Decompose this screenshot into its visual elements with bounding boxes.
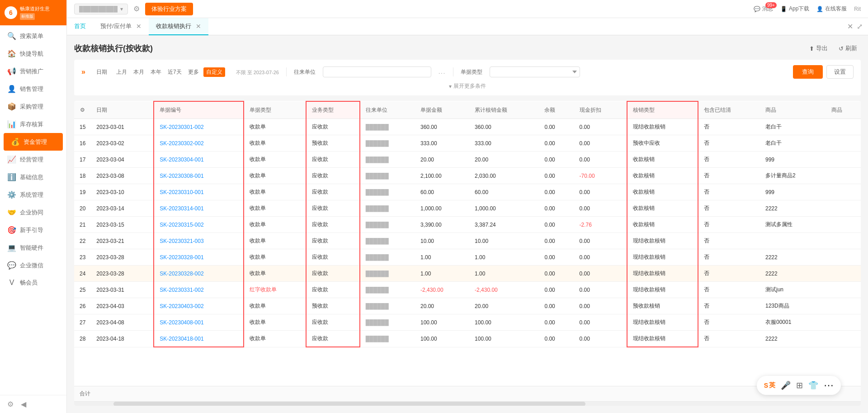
- setting-button[interactable]: 设置: [826, 65, 854, 79]
- row-num: 18: [74, 168, 91, 184]
- row-biz-type: 应收款: [306, 282, 360, 298]
- row-bill-no[interactable]: SK-20230315-002: [154, 217, 243, 233]
- row-bill-no[interactable]: SK-20230328-001: [154, 249, 243, 266]
- sidebar-item-vip[interactable]: V 畅会员: [0, 274, 66, 291]
- date-7days[interactable]: 近7天: [166, 67, 184, 77]
- row-bill-no[interactable]: SK-20230304-001: [154, 152, 243, 168]
- row-verify-type: 收款核销: [627, 184, 698, 200]
- sidebar-item-quicknav[interactable]: 🏠 快捷导航: [0, 45, 66, 62]
- page-title: 收款核销执行(按收款): [74, 43, 153, 54]
- row-bill-no[interactable]: SK-20230302-002: [154, 135, 243, 152]
- tab-close-all-icon[interactable]: ✕: [847, 22, 853, 31]
- sidebar-label-marketing: 营销推广: [20, 67, 43, 76]
- horizontal-scrollbar[interactable]: [74, 401, 861, 406]
- row-bill-type: 收款单: [244, 168, 306, 184]
- mic-button[interactable]: 🎤: [781, 380, 791, 390]
- row-bill-no[interactable]: SK-20230314-001: [154, 200, 243, 217]
- row-include-settled: 否: [698, 217, 760, 233]
- sidebar-item-enterprise[interactable]: 🤝 企业协同: [0, 204, 66, 221]
- th-gear[interactable]: ⚙: [74, 101, 91, 119]
- sidebar-item-basic[interactable]: ℹ️ 基础信息: [0, 168, 66, 186]
- sidebar-item-inventory[interactable]: 📊 库存核算: [0, 115, 66, 133]
- row-verified-amount: 60.00: [469, 184, 539, 200]
- row-bill-type: 收款单: [244, 266, 306, 282]
- scrollbar-thumb[interactable]: [113, 402, 585, 406]
- date-this-year[interactable]: 本年: [149, 67, 163, 77]
- row-bill-no[interactable]: SK-20230408-001: [154, 314, 243, 331]
- date-custom[interactable]: 自定义: [203, 67, 225, 77]
- row-bill-no[interactable]: SK-20230321-003: [154, 233, 243, 249]
- refresh-button[interactable]: ↺ 刷新: [835, 43, 861, 54]
- filter-divider-1: [286, 67, 287, 76]
- unit-input[interactable]: [323, 66, 431, 77]
- tab-receivable[interactable]: 收款核销执行 ✕: [149, 18, 208, 35]
- tab-expand-icon[interactable]: ⤢: [857, 22, 863, 31]
- sidebar-item-marketing[interactable]: 📢 营销推广: [0, 62, 66, 80]
- row-bill-no[interactable]: SK-20230331-002: [154, 282, 243, 298]
- row-date: 2023-03-21: [91, 233, 154, 249]
- sidebar-item-guide[interactable]: 🎯 新手引导: [0, 221, 66, 239]
- sidebar-item-system[interactable]: ⚙️ 系统管理: [0, 186, 66, 204]
- keyboard-button[interactable]: ⊞: [796, 380, 803, 390]
- sidebar-item-purchase[interactable]: 📦 采购管理: [0, 98, 66, 115]
- row-date: 2023-03-28: [91, 249, 154, 266]
- row-bill-no[interactable]: SK-20230308-001: [154, 168, 243, 184]
- sidebar-item-sales[interactable]: 👤 销售管理: [0, 80, 66, 98]
- shirt-button[interactable]: 👕: [808, 380, 818, 390]
- row-bill-no[interactable]: SK-20230418-001: [154, 331, 243, 347]
- app-download-button[interactable]: 📱 App下载: [780, 5, 809, 13]
- row-include-settled: 否: [698, 282, 760, 298]
- row-bill-no[interactable]: SK-20230328-002: [154, 266, 243, 282]
- sidebar-item-finance[interactable]: 💰 资金管理: [4, 133, 63, 151]
- solution-button[interactable]: 体验行业方案: [145, 3, 193, 15]
- export-button[interactable]: ⬆ 导出: [806, 43, 831, 54]
- row-verified-amount: 20.00: [469, 298, 539, 314]
- th-bill-no: 单据编号: [154, 101, 243, 119]
- tab-prepay-close-icon[interactable]: ✕: [136, 23, 142, 30]
- sidebar-item-corpwx[interactable]: 💬 企业微信: [0, 256, 66, 274]
- row-bill-no[interactable]: SK-20230301-002: [154, 119, 243, 135]
- table-scroll-area[interactable]: ⚙ 日期 单据编号 单据类型 业务类型 往来单位 单据金额 累计核销金额 余额 …: [74, 101, 861, 386]
- row-bill-no[interactable]: SK-20230403-002: [154, 298, 243, 314]
- account-selector[interactable]: ██████████ ▾: [74, 4, 128, 14]
- date-prev-month[interactable]: 上月: [114, 67, 129, 77]
- brand-s-button[interactable]: S 英: [764, 381, 775, 389]
- date-this-month[interactable]: 本月: [132, 67, 146, 77]
- row-date: 2023-03-04: [91, 152, 154, 168]
- sidebar-item-smarthw[interactable]: 💻 智能硬件: [0, 239, 66, 256]
- table-row: 162023-03-02SK-20230302-002收款单预收款██████3…: [74, 135, 861, 152]
- filter-expand-icon[interactable]: »: [81, 68, 85, 76]
- date-more[interactable]: 更多: [186, 67, 201, 77]
- column-settings-icon[interactable]: ⚙: [80, 107, 85, 113]
- settings-gear-icon[interactable]: ⚙: [133, 5, 140, 13]
- expand-more-button[interactable]: ▾ 展开更多条件: [449, 82, 486, 90]
- sidebar-item-search[interactable]: 🔍 搜索菜单: [0, 27, 66, 45]
- row-bill-no[interactable]: SK-20230310-001: [154, 184, 243, 200]
- row-unit: ██████: [360, 249, 415, 266]
- row-num: 28: [74, 331, 91, 347]
- row-include-settled: 否: [698, 184, 760, 200]
- unit-dots[interactable]: ...: [439, 69, 446, 75]
- tab-home[interactable]: 首页: [67, 18, 93, 35]
- more-button[interactable]: ⋯: [824, 380, 834, 391]
- row-balance: 0.00: [539, 152, 574, 168]
- main-area: ██████████ ▾ ⚙ 体验行业方案 💬 消息 99+ 📱 App下载 👤…: [67, 0, 868, 413]
- th-verified-amount: 累计核销金额: [469, 101, 539, 119]
- sidebar-settings-btn[interactable]: ⚙: [7, 400, 14, 408]
- row-biz-type: 应收款: [306, 314, 360, 331]
- row-verified-amount: 10.00: [469, 233, 539, 249]
- sidebar-item-ops[interactable]: 📈 经营管理: [0, 151, 66, 168]
- row-cash-discount: 0.00: [574, 200, 627, 217]
- tab-prepay[interactable]: 预付/应付单 ✕: [93, 18, 149, 35]
- row-num: 16: [74, 135, 91, 152]
- query-button[interactable]: 查询: [793, 65, 823, 79]
- row-biz-type: 预收款: [306, 135, 360, 152]
- message-badge: 99+: [765, 2, 777, 8]
- sidebar-collapse-btn[interactable]: ◀: [21, 400, 26, 408]
- online-service-button[interactable]: 👤 在线客服: [816, 5, 847, 13]
- message-button[interactable]: 💬 消息 99+: [754, 5, 773, 13]
- tab-receivable-close-icon[interactable]: ✕: [196, 23, 201, 30]
- tab-receivable-label: 收款核销执行: [156, 22, 191, 30]
- bill-type-select[interactable]: [490, 66, 580, 77]
- row-verify-type: 现结收款核销: [627, 331, 698, 347]
